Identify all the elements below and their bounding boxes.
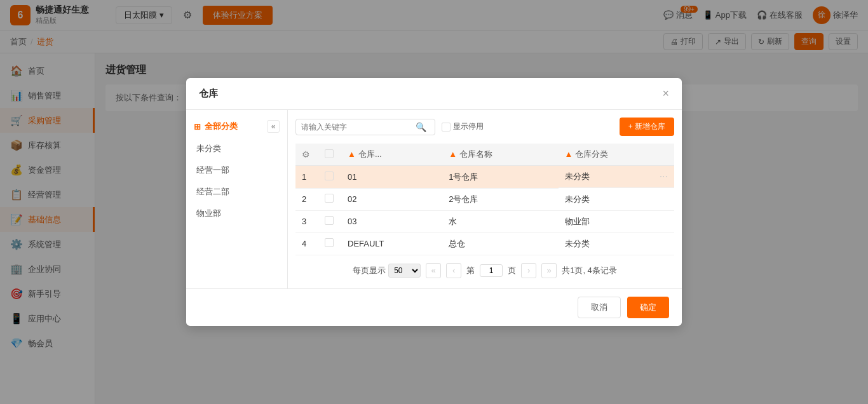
- warehouse-table: ⚙ ▲仓库... ▲仓库名称 ▲仓库分类 1 01 1号仓库: [295, 144, 674, 255]
- add-warehouse-btn[interactable]: + 新增仓库: [620, 118, 674, 136]
- row-code: DEFAULT: [341, 232, 442, 255]
- table-row[interactable]: 3 03 水 物业部: [295, 210, 674, 232]
- th-checkbox[interactable]: [318, 144, 341, 166]
- row-check-1[interactable]: [325, 172, 334, 180]
- row-name: 总仓: [442, 232, 558, 255]
- th-name: ▲仓库名称: [442, 144, 558, 166]
- warehouse-modal: 仓库 × ⊞ 全部分类 « 未分类 经营一部 经营二部 物业部: [186, 78, 682, 326]
- row-index: 3: [295, 210, 318, 232]
- search-box: 🔍: [295, 119, 435, 135]
- row-category: 物业部: [559, 210, 674, 232]
- row-name: 1号仓库: [442, 166, 558, 189]
- category-item-ops1[interactable]: 经营一部: [186, 159, 287, 181]
- th-code: ▲仓库...: [341, 144, 442, 166]
- row-category: 未分类: [559, 188, 674, 210]
- table-row[interactable]: 4 DEFAULT 总仓 未分类: [295, 232, 674, 255]
- row-code: 02: [341, 188, 442, 210]
- prev-page-btn[interactable]: ‹: [446, 263, 461, 278]
- sort-icon-name: ▲: [449, 149, 457, 159]
- total-info: 共1页, 4条记录: [562, 265, 617, 276]
- table-row[interactable]: 2 02 2号仓库 未分类: [295, 188, 674, 210]
- row-index: 4: [295, 232, 318, 255]
- sort-icon-cat: ▲: [565, 149, 573, 159]
- row-name: 水: [442, 210, 558, 232]
- modal-overlay: 仓库 × ⊞ 全部分类 « 未分类 经营一部 经营二部 物业部: [0, 0, 868, 404]
- modal-header: 仓库 ×: [186, 78, 682, 110]
- row-name: 2号仓库: [442, 188, 558, 210]
- th-category: ▲仓库分类: [559, 144, 674, 166]
- category-item-ops2[interactable]: 经营二部: [186, 181, 287, 203]
- per-page-label: 每页显示: [353, 265, 386, 276]
- search-input[interactable]: [301, 123, 416, 131]
- first-page-btn[interactable]: «: [426, 263, 441, 278]
- modal-close-btn[interactable]: ×: [662, 87, 669, 100]
- cancel-btn[interactable]: 取消: [578, 297, 621, 318]
- row-code: 03: [341, 210, 442, 232]
- show-disabled-label[interactable]: 显示停用: [442, 121, 484, 132]
- show-disabled-checkbox[interactable]: [442, 123, 451, 131]
- collapse-sidebar-btn[interactable]: «: [267, 120, 280, 133]
- th-gear[interactable]: ⚙: [295, 144, 318, 166]
- table-header-row: ⚙ ▲仓库... ▲仓库名称 ▲仓库分类: [295, 144, 674, 166]
- row-checkbox[interactable]: [318, 166, 341, 189]
- all-categories-header[interactable]: ⊞ 全部分类 «: [186, 115, 287, 138]
- sort-icon: ▲: [348, 149, 356, 159]
- row-checkbox[interactable]: [318, 232, 341, 255]
- row-checkbox[interactable]: [318, 188, 341, 210]
- modal-toolbar: 🔍 显示停用 + 新增仓库: [295, 118, 674, 136]
- search-icon[interactable]: 🔍: [416, 122, 426, 132]
- table-row[interactable]: 1 01 1号仓库 未分类 ···: [295, 166, 674, 189]
- next-page-btn[interactable]: ›: [521, 263, 536, 278]
- category-item-property[interactable]: 物业部: [186, 203, 287, 224]
- row-actions-icon[interactable]: ···: [660, 171, 668, 182]
- row-category: 未分类 ···: [559, 166, 674, 188]
- per-page-selector: 每页显示 20 50 100: [353, 264, 421, 278]
- show-disabled-text: 显示停用: [453, 121, 484, 132]
- row-code: 01: [341, 166, 442, 189]
- per-page-select[interactable]: 20 50 100: [388, 264, 421, 278]
- modal-main-area: 🔍 显示停用 + 新增仓库 ⚙ ▲仓库...: [288, 110, 682, 288]
- modal-body: ⊞ 全部分类 « 未分类 经营一部 经营二部 物业部 🔍: [186, 110, 682, 288]
- modal-category-sidebar: ⊞ 全部分类 « 未分类 经营一部 经营二部 物业部: [186, 110, 288, 288]
- gear-icon: ⚙: [302, 149, 310, 159]
- row-check-2[interactable]: [325, 194, 334, 203]
- category-item-uncategorized[interactable]: 未分类: [186, 138, 287, 159]
- page-number-input[interactable]: [480, 264, 503, 277]
- row-check-4[interactable]: [325, 238, 334, 247]
- modal-footer: 取消 确定: [186, 288, 682, 326]
- select-all-checkbox[interactable]: [325, 149, 334, 158]
- pagination: 每页显示 20 50 100 « ‹ 第 页 › » 共1页, 4条记录: [295, 255, 674, 281]
- row-index: 1: [295, 166, 318, 189]
- grid-icon: ⊞: [194, 122, 201, 131]
- last-page-btn[interactable]: »: [541, 263, 557, 278]
- confirm-btn[interactable]: 确定: [627, 297, 669, 318]
- page-label: 第: [466, 265, 475, 276]
- modal-title: 仓库: [199, 88, 218, 100]
- row-check-3[interactable]: [325, 216, 334, 225]
- row-category: 未分类: [559, 232, 674, 255]
- row-index: 2: [295, 188, 318, 210]
- all-categories-label: 全部分类: [205, 121, 238, 132]
- page-suffix: 页: [508, 265, 516, 276]
- row-checkbox[interactable]: [318, 210, 341, 232]
